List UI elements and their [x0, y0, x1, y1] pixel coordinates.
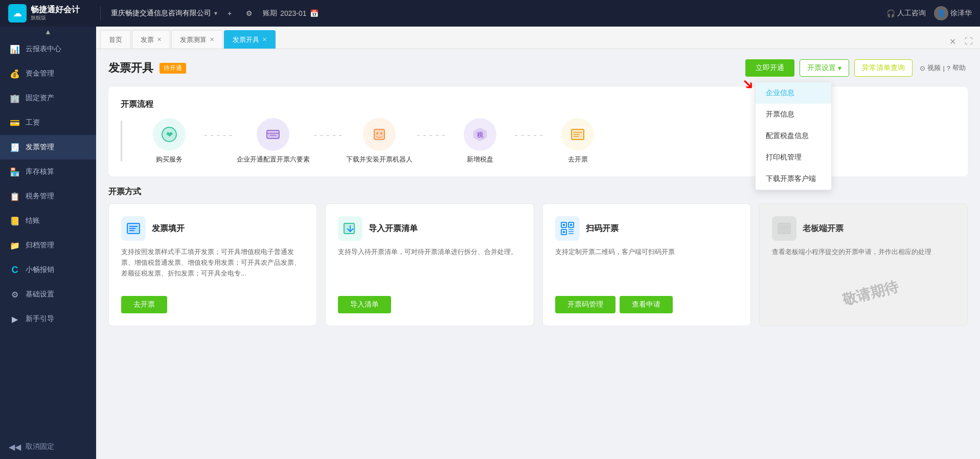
download-client-label: 下载开票客户端	[766, 174, 816, 182]
sidebar-item-guding[interactable]: 🏢 固定资产	[0, 86, 96, 110]
close-icon[interactable]: ✕	[210, 36, 214, 43]
main-area: ▲ 📊 云报表中心 💰 资金管理 🏢 固定资产 💳 工资 🧾 发票管理	[0, 27, 980, 459]
sidebar-item-zijin[interactable]: 💰 资金管理	[0, 61, 96, 86]
sidebar-item-kucun[interactable]: 🏪 库存核算	[0, 159, 96, 184]
sidebar-label-yunbao: 云报表中心	[26, 44, 61, 54]
process-step-divider	[121, 121, 128, 162]
logo-title: 畅捷通好会计	[31, 5, 80, 14]
support-button[interactable]: 🎧 人工咨询	[886, 9, 926, 18]
card-icon: 💳	[9, 117, 20, 128]
arrow-2: - - - - -	[314, 129, 343, 141]
scan-desc: 支持定制开票二维码，客户端可扫码开票	[555, 247, 738, 288]
sidebar-cancel-fixed[interactable]: ◀◀ 取消固定	[0, 434, 96, 459]
cancel-fixed-icon: ◀◀	[9, 441, 20, 452]
plus-icon: +	[227, 9, 232, 17]
company-selector[interactable]: 重庆畅捷交通信息咨询有限公司 ▾	[111, 9, 217, 18]
import-list-button[interactable]: 导入清单	[338, 296, 391, 313]
book-icon: 📒	[9, 215, 20, 226]
scan-title: 扫码开票	[586, 223, 619, 234]
process-step-3: 下载并安装开票机器人	[346, 118, 413, 164]
sidebar-item-gongzi[interactable]: 💳 工资	[0, 110, 96, 135]
close-window-button[interactable]: ✕	[945, 34, 960, 49]
play-icon: ▶	[9, 313, 20, 325]
logo-sub: 旗舰版	[31, 14, 80, 21]
svg-point-10	[380, 132, 382, 134]
calendar-icon[interactable]: 📅	[310, 9, 318, 17]
sidebar-label-gongzi: 工资	[26, 118, 40, 127]
billing-card-fill: 发票填开 支持按照发票样式手工填开发票；可开具增值税电子普通发票、增值税普通发票…	[108, 203, 317, 326]
video-label: 视频	[927, 63, 941, 73]
sidebar-item-fapiao[interactable]: 🧾 发票管理	[0, 135, 96, 159]
tab-bar-right: ✕ ⛶	[945, 34, 976, 49]
c-icon: C	[9, 264, 20, 276]
tab-fapiao-kaiju[interactable]: 发票开具 ✕	[224, 30, 276, 49]
dropdown-item-printer[interactable]: 打印机管理	[756, 147, 831, 168]
sidebar-label-zijin: 资金管理	[26, 69, 54, 78]
video-button[interactable]: ⊙ 视频 | ? 帮助	[918, 60, 968, 76]
import-desc: 支持导入待开票清单，可对待开票清单进行拆分、合并处理。	[338, 247, 521, 288]
scan-icon	[555, 216, 580, 241]
headset-icon: 🎧	[886, 9, 895, 17]
process-label-3: 下载并安装开票机器人	[346, 155, 413, 164]
user-name: 徐泽华	[950, 9, 972, 18]
process-label-1: 购买服务	[156, 155, 183, 164]
qrcode-manage-button[interactable]: 开票码管理	[555, 296, 616, 313]
user-button[interactable]: 👤 徐泽华	[934, 6, 972, 20]
svg-text:税: 税	[476, 131, 484, 139]
view-apply-button[interactable]: 查看申请	[620, 296, 673, 313]
fill-icon	[121, 216, 146, 241]
tab-home[interactable]: 首页	[100, 30, 131, 49]
billing-methods-grid: 发票填开 支持按照发票样式手工填开发票；可开具增值税电子普通发票、增值税普通发票…	[108, 203, 968, 326]
building-icon: 🏢	[9, 93, 20, 104]
sidebar-item-shuiwu[interactable]: 📋 税务管理	[0, 184, 96, 209]
dropdown-item-company-info[interactable]: 企业信息	[756, 82, 831, 104]
settings-button[interactable]: ⚙	[242, 7, 257, 19]
sidebar-item-guidang[interactable]: 📁 归档管理	[0, 233, 96, 258]
boss-icon	[772, 216, 796, 241]
support-label: 人工咨询	[897, 9, 926, 18]
sidebar-item-jiezhang[interactable]: 📒 结账	[0, 209, 96, 233]
logo-text-area: 畅捷通好会计 旗舰版	[31, 5, 80, 21]
close-icon[interactable]: ✕	[157, 36, 162, 43]
sidebar-label-xiaochang: 小畅报销	[26, 265, 54, 274]
boss-title: 老板端开票	[803, 223, 844, 234]
page-content: 发票开具 待开通 立即开通 开票设置 ▾ 异常清单查询 ⊙ 视频 |	[96, 49, 980, 459]
tab-fapiao[interactable]: 发票 ✕	[132, 30, 170, 49]
maximize-window-button[interactable]: ⛶	[962, 34, 976, 49]
sidebar-item-jichushezhi[interactable]: ⚙ 基础设置	[0, 282, 96, 307]
page-title: 发票开具	[108, 60, 153, 76]
sidebar-scroll-up[interactable]: ▲	[0, 27, 96, 37]
sidebar-label-guding: 固定资产	[26, 94, 54, 103]
arrow-4: - - - - -	[515, 129, 543, 141]
gear-icon: ⚙	[246, 9, 253, 17]
exception-list-button[interactable]: 异常清单查询	[854, 59, 913, 77]
period-label: 账期 2023-01 📅	[263, 9, 318, 18]
process-label-2: 企业开通配置开票六要素	[237, 155, 310, 164]
sidebar-label-jiezhang: 结账	[26, 216, 40, 225]
add-button[interactable]: +	[223, 7, 236, 19]
sidebar-item-yunbao[interactable]: 📊 云报表中心	[0, 37, 96, 61]
boss-desc: 查看老板端小程序提交的开票申请，并作出相应的处理	[772, 247, 955, 288]
sidebar-item-xinshou[interactable]: ▶ 新手引导	[0, 307, 96, 331]
clipboard-icon: 📋	[9, 191, 20, 202]
process-label-5: 去开票	[568, 155, 588, 164]
svg-text:❤: ❤	[166, 130, 173, 139]
dropdown-item-tax-config[interactable]: 配置税盘信息	[756, 125, 831, 147]
dropdown-item-invoice-info[interactable]: 开票信息	[756, 104, 831, 125]
svg-rect-31	[563, 231, 565, 233]
tab-fapiao-cesuan[interactable]: 发票测算 ✕	[171, 30, 223, 49]
tax-config-label: 配置税盘信息	[766, 131, 809, 140]
sidebar: ▲ 📊 云报表中心 💰 资金管理 🏢 固定资产 💳 工资 🧾 发票管理	[0, 27, 96, 459]
process-icon-3	[363, 118, 396, 151]
svg-rect-29	[563, 224, 565, 226]
settings-dropdown-button[interactable]: 开票设置 ▾	[800, 59, 849, 77]
activate-button[interactable]: 立即开通	[745, 59, 794, 77]
company-name: 重庆畅捷交通信息咨询有限公司	[111, 9, 211, 18]
fill-desc: 支持按照发票样式手工填开发票；可开具增值税电子普通发票、增值税普通发票、增值税专…	[121, 247, 304, 288]
fill-goto-button[interactable]: 去开票	[121, 296, 167, 313]
sidebar-item-xiaochang[interactable]: C 小畅报销	[0, 258, 96, 282]
process-icon-1: ❤	[153, 118, 186, 151]
store-icon: 🏪	[9, 166, 20, 177]
dropdown-item-download-client[interactable]: 下载开票客户端	[756, 168, 831, 190]
close-icon[interactable]: ✕	[262, 36, 267, 43]
